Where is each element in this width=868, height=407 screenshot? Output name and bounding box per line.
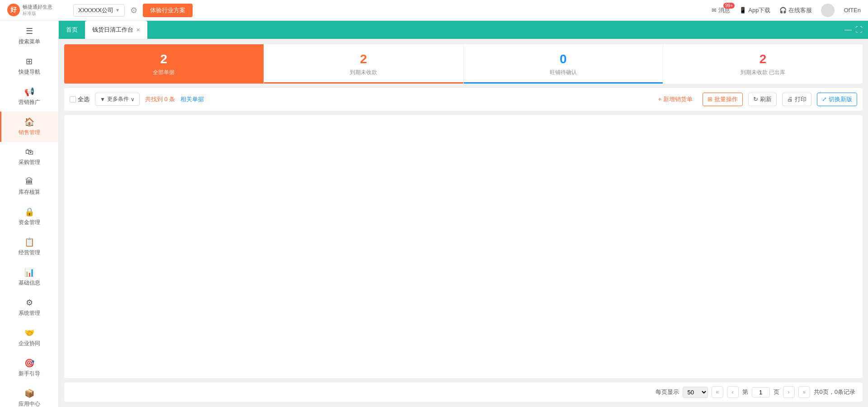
filter-icon: ▼ [100, 96, 105, 103]
sidebar-item-label: 采购管理 [19, 159, 40, 166]
print-label: 打印 [795, 95, 807, 103]
filter-button[interactable]: ▼ 更多条件 ∨ [95, 93, 140, 106]
first-page-button[interactable]: « [712, 386, 723, 398]
page-content: 2 全部单据 2 到期未收款 0 旺铺待确认 2 到期未收款 已出库 [59, 39, 868, 407]
tab-close-button[interactable]: ✕ [136, 27, 140, 33]
next-page-button[interactable]: › [783, 386, 795, 398]
total-info: 共0页，0条记录 [814, 388, 855, 396]
batch-label: 批量操作 [714, 95, 738, 103]
sidebar-item-label: 企业协同 [19, 340, 40, 347]
stat-progress-wangpu [464, 82, 663, 84]
add-sales-button[interactable]: + 新增销货单 [654, 93, 697, 106]
sidebar-item-apps[interactable]: 📦 应用中心 [0, 383, 58, 407]
result-count: 0 [165, 96, 168, 103]
tab-workbench[interactable]: 钱货日清工作台 ✕ [85, 21, 147, 39]
tab-maximize-button[interactable]: ⛶ [855, 26, 863, 34]
pagination-bar: 每页显示 50 10 20 100 « ‹ 第 页 › » 共0页，0条记录 [64, 383, 863, 402]
sidebar-item-system[interactable]: ⚙ 系统管理 [0, 292, 58, 323]
new-version-button[interactable]: ⤢ 切换新版 [817, 93, 857, 106]
stat-num-all: 2 [160, 51, 168, 67]
sidebar-item-basic[interactable]: 📊 基础信息 [0, 262, 58, 292]
nav-icon: ⊞ [26, 56, 33, 66]
header-right: ✉ 消息 99+ 📱 App下载 🎧 在线客服 OfTEn [712, 4, 861, 17]
basic-icon: 📊 [24, 267, 34, 277]
result-text: 共找到 0 条 [145, 95, 175, 103]
sidebar-item-label: 库存核算 [19, 188, 40, 196]
company-dropdown-arrow: ▼ [115, 8, 120, 13]
sidebar-item-label: 应用中心 [19, 400, 40, 407]
tab-workbench-label: 钱货日清工作台 [92, 26, 133, 34]
page-label: 第 [742, 388, 748, 396]
sidebar-item-search[interactable]: ☰ 搜索菜单 [0, 21, 58, 51]
message-icon: ✉ [712, 7, 717, 14]
sidebar-item-finance[interactable]: 🔒 资金管理 [0, 201, 58, 232]
per-page-label: 每页显示 [656, 388, 679, 396]
print-icon: 🖨 [787, 96, 793, 103]
company-selector[interactable]: XXXXXX公司 ▼ [73, 4, 125, 17]
sidebar-item-guide[interactable]: 🎯 新手引导 [0, 353, 58, 383]
content-area: 首页 钱货日清工作台 ✕ — ⛶ 2 全部单据 2 [59, 21, 868, 407]
batch-icon: ⊞ [708, 96, 712, 103]
service-icon: 🎧 [779, 7, 787, 14]
online-service-label: 在线客服 [788, 6, 812, 14]
page-number-input[interactable] [752, 387, 770, 398]
sidebar-item-manage[interactable]: 📋 经营管理 [0, 232, 58, 262]
filter-label: 更多条件 [107, 95, 129, 103]
sidebar-item-nav[interactable]: ⊞ 快捷导航 [0, 51, 58, 81]
select-all-area[interactable]: 全选 [70, 95, 90, 103]
system-icon: ⚙ [26, 298, 33, 308]
refresh-button[interactable]: ↻ 刷新 [748, 93, 777, 106]
page-suffix: 页 [774, 388, 779, 396]
sidebar-item-label: 基础信息 [19, 279, 40, 287]
sidebar-item-sales[interactable]: 🏠 销售管理 [0, 112, 58, 142]
message-button[interactable]: ✉ 消息 99+ [712, 6, 730, 14]
online-service-button[interactable]: 🎧 在线客服 [779, 6, 812, 14]
stat-card-all[interactable]: 2 全部单据 [64, 44, 264, 84]
settings-button[interactable]: ⚙ [130, 5, 137, 15]
app-download-label: App下载 [748, 6, 770, 14]
stat-card-overdue[interactable]: 2 到期未收款 [264, 44, 464, 84]
toolbar: 全选 ▼ 更多条件 ∨ 共找到 0 条 相关单据 + 新增销货单 [64, 88, 863, 111]
search-icon: ☰ [26, 26, 33, 36]
sidebar-item-marketing[interactable]: 📢 营销推广 [0, 81, 58, 112]
filter-arrow-icon: ∨ [131, 96, 135, 103]
header-center: XXXXXX公司 ▼ ⚙ 体验行业方案 [66, 4, 712, 17]
avatar[interactable] [821, 4, 835, 17]
select-all-label: 全选 [78, 95, 90, 103]
tab-minimize-button[interactable]: — [844, 26, 852, 34]
print-button[interactable]: 🖨 打印 [782, 93, 811, 106]
stat-label-all: 全部单据 [153, 69, 175, 76]
sidebar-item-label: 销售管理 [19, 129, 40, 136]
sidebar-item-label: 经营管理 [19, 249, 40, 257]
purchase-icon: 🛍 [25, 147, 33, 157]
related-bill-link[interactable]: 相关单据 [180, 95, 204, 103]
prev-page-button[interactable]: ‹ [727, 386, 739, 398]
stat-card-shipped[interactable]: 2 到期未收款 已出库 [663, 44, 863, 84]
stat-label-overdue: 到期未收款 [350, 69, 377, 76]
tab-home-label: 首页 [66, 26, 78, 34]
sidebar-item-label: 系统管理 [19, 309, 40, 317]
batch-operation-button[interactable]: ⊞ 批量操作 [703, 93, 743, 106]
inventory-icon: 🏛 [25, 177, 33, 187]
sidebar-item-corp[interactable]: 🤝 企业协同 [0, 323, 58, 353]
marketing-icon: 📢 [24, 87, 34, 97]
manage-icon: 📋 [24, 237, 34, 247]
tab-home[interactable]: 首页 [59, 21, 85, 39]
sidebar-item-label: 营销推广 [19, 98, 40, 106]
sidebar-item-purchase[interactable]: 🛍 采购管理 [0, 142, 58, 172]
refresh-label: 刷新 [760, 95, 772, 103]
per-page-select[interactable]: 50 10 20 100 [683, 387, 708, 398]
result-prefix: 共找到 [145, 96, 163, 103]
new-version-icon: ⤢ [822, 96, 827, 103]
last-page-button[interactable]: » [798, 386, 810, 398]
sidebar-item-inventory[interactable]: 🏛 库存核算 [0, 172, 58, 201]
stat-progress-overdue [264, 82, 463, 84]
stat-progress-all [64, 82, 264, 84]
trial-button[interactable]: 体验行业方案 [143, 4, 193, 17]
sidebar: ☰ 搜索菜单 ⊞ 快捷导航 📢 营销推广 🏠 销售管理 🛍 采购管理 🏛 库存核… [0, 21, 59, 407]
guide-icon: 🎯 [24, 358, 34, 368]
app-download-button[interactable]: 📱 App下载 [739, 6, 770, 14]
select-all-checkbox[interactable] [70, 96, 76, 103]
download-icon: 📱 [739, 7, 746, 14]
stat-card-wangpu[interactable]: 0 旺铺待确认 [464, 44, 664, 84]
